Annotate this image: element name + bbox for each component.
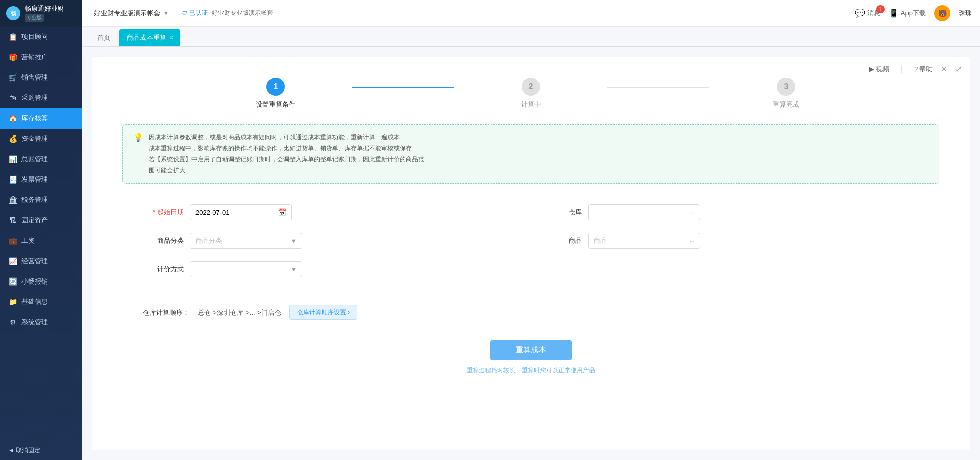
sidebar-item-tax[interactable]: 🏦 税务管理	[0, 190, 82, 210]
tab-recalc[interactable]: 商品成本重算 ×	[119, 29, 180, 46]
sidebar-item-label: 小畅报销	[21, 277, 48, 286]
sidebar-item-expense[interactable]: 🔄 小畅报销	[0, 271, 82, 292]
start-date-input-wrapper[interactable]: 📅	[190, 204, 292, 220]
sidebar-item-marketing[interactable]: 🎁 营销推广	[0, 47, 82, 67]
basic-icon: 📁	[8, 297, 17, 306]
sidebar-item-label: 工资	[21, 236, 35, 245]
sidebar-item-finance[interactable]: 💰 资金管理	[0, 129, 82, 149]
sidebar-item-label: 固定资产	[21, 216, 48, 225]
form-row-1: * 起始日期 📅 仓库 ···	[143, 204, 919, 220]
tab-recalc-label: 商品成本重算	[127, 33, 166, 42]
sidebar-item-project[interactable]: 📋 项目顾问	[0, 27, 82, 47]
step-2-number: 2	[529, 82, 533, 91]
recalc-button[interactable]: 重算成本	[490, 340, 572, 360]
category-select[interactable]: 商品分类 ▼	[190, 233, 302, 249]
expense-icon: 🔄	[8, 277, 17, 286]
calendar-icon[interactable]: 📅	[278, 208, 286, 216]
step-2-label: 计算中	[521, 100, 541, 109]
pricing-label: 计价方式	[143, 265, 184, 274]
app-logo: 畅	[6, 6, 20, 20]
avatar-emoji: 🐻	[938, 9, 947, 17]
app-download-action[interactable]: 📱 App下载	[889, 8, 926, 18]
assets-icon: 🏗	[8, 216, 17, 225]
user-name: 珠珠	[959, 9, 972, 18]
tab-home-label: 首页	[97, 33, 110, 42]
sidebar-item-purchase[interactable]: 🛍 采购管理	[0, 88, 82, 108]
step-2: 2 计算中	[454, 78, 607, 109]
business-icon: 📈	[8, 257, 17, 266]
start-date-input[interactable]	[195, 209, 278, 216]
sidebar-item-sales[interactable]: 🛒 销售管理	[0, 67, 82, 88]
goods-field: 商品 商品 ···	[541, 233, 919, 249]
sidebar-item-system[interactable]: ⚙ 系统管理	[0, 312, 82, 333]
tab-close-icon[interactable]: ×	[169, 34, 173, 41]
goods-input[interactable]: 商品 ···	[588, 233, 700, 249]
message-action[interactable]: 💬 消息 1	[855, 8, 880, 18]
shield-icon: 🛡	[181, 10, 187, 17]
content-panel: ▶ 视频 ? 帮助 × ⤢ 1 设置重算条件	[92, 57, 970, 450]
category-label: 商品分类	[143, 236, 184, 245]
warehouse-input[interactable]: ···	[588, 204, 700, 220]
recalc-btn-label: 重算成本	[516, 345, 546, 354]
sidebar-item-label: 采购管理	[21, 93, 48, 103]
category-field: 商品分类 商品分类 ▼	[143, 233, 521, 249]
warehouse-order-settings-button[interactable]: 仓库计算顺序设置 ›	[289, 305, 357, 320]
step-3: 3 重算完成	[709, 78, 863, 109]
user-avatar[interactable]: 🐻	[934, 5, 950, 21]
pricing-chevron-icon: ▼	[291, 266, 297, 272]
salary-icon: 💼	[8, 236, 17, 245]
account-name: 好业财专业版演示帐套	[94, 9, 160, 18]
sidebar-item-basic[interactable]: 📁 基础信息	[0, 292, 82, 312]
form-row-3: 计价方式 ▼	[143, 261, 919, 277]
tab-home[interactable]: 首页	[90, 29, 117, 46]
recalc-note: 重算过程耗时较长，重算时您可以正常使用产品	[467, 366, 595, 375]
warehouse-order-label: 仓库计算顺序：	[143, 308, 189, 317]
warehouse-ellipsis-icon[interactable]: ···	[689, 209, 695, 216]
sidebar-item-business[interactable]: 📈 经营管理	[0, 251, 82, 271]
tabs-bar: 首页 商品成本重算 ×	[82, 27, 980, 47]
step-1-number: 1	[274, 82, 278, 91]
pricing-select[interactable]: ▼	[190, 261, 302, 277]
step-1-label: 设置重算条件	[256, 100, 296, 109]
step-3-circle: 3	[777, 78, 795, 96]
marketing-icon: 🎁	[8, 53, 17, 62]
inventory-icon: 🏠	[8, 114, 17, 123]
sidebar-item-inventory[interactable]: 🏠 库存核算	[0, 108, 82, 129]
step-3-label: 重算完成	[773, 100, 799, 109]
account-selector[interactable]: 好业财专业版演示帐套 ▼	[90, 7, 173, 20]
sidebar-item-label: 发票管理	[21, 175, 48, 184]
sidebar-item-label: 营销推广	[21, 53, 48, 62]
sidebar-item-invoice[interactable]: 🧾 发票管理	[0, 169, 82, 190]
sidebar-item-label: 销售管理	[21, 73, 48, 82]
step-line-2	[607, 87, 709, 88]
app-download-label: App下载	[901, 9, 926, 18]
warehouse-order-row: 仓库计算顺序： 总仓->深圳仓库->...->门店仓 仓库计算顺序设置 ›	[92, 305, 970, 320]
warning-icon: 💡	[133, 133, 143, 142]
warehouse-order-value: 总仓->深圳仓库->...->门店仓	[198, 308, 281, 317]
goods-ellipsis-icon[interactable]: ···	[689, 237, 695, 245]
message-badge: 1	[876, 5, 885, 13]
tax-icon: 🏦	[8, 195, 17, 205]
finance-icon: 💰	[8, 134, 17, 143]
sales-icon: 🛒	[8, 73, 17, 82]
unpin-label: ◄ 取消固定	[8, 446, 40, 455]
sidebar-item-assets[interactable]: 🏗 固定资产	[0, 210, 82, 231]
sidebar-item-accounting[interactable]: 📊 总账管理	[0, 149, 82, 169]
verified-account-name: 好业财专业版演示帐套	[212, 9, 273, 17]
sidebar-unpin[interactable]: ◄ 取消固定	[0, 441, 82, 460]
category-chevron-icon: ▼	[291, 238, 297, 244]
sidebar-item-label: 资金管理	[21, 134, 48, 143]
app-edition: 专业版	[24, 14, 44, 22]
step-indicator: 1 设置重算条件 2 计算中 3 重算完成	[92, 57, 970, 124]
start-date-label: * 起始日期	[143, 208, 184, 217]
app-name: 畅康通好业财	[24, 5, 64, 13]
topbar: 好业财专业版演示帐套 ▼ 🛡 已认证 好业财专业版演示帐套 💬 消息 1 📱 A…	[82, 0, 980, 27]
recalc-section: 重算成本 重算过程耗时较长，重算时您可以正常使用产品	[92, 335, 970, 385]
sidebar-item-salary[interactable]: 💼 工资	[0, 231, 82, 251]
verified-label: 已认证	[189, 9, 208, 17]
step-line-1	[352, 87, 454, 88]
sidebar-item-label: 系统管理	[21, 318, 48, 327]
pricing-field: 计价方式 ▼	[143, 261, 521, 277]
sidebar-item-label: 税务管理	[21, 195, 48, 205]
start-date-field: * 起始日期 📅	[143, 204, 521, 220]
